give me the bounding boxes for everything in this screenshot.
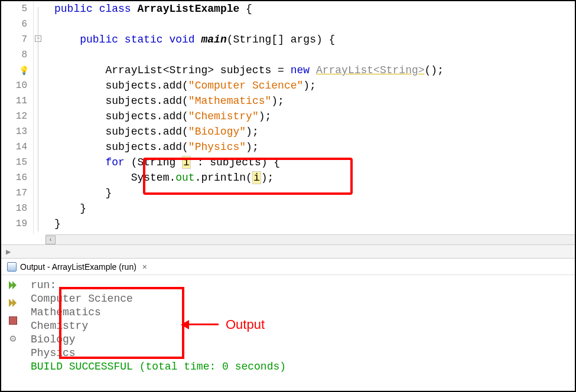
console-line: Biology bbox=[31, 333, 569, 347]
chevron-right-icon[interactable]: ▶ bbox=[6, 247, 11, 257]
output-panel: Output - ArrayListExample (run) × ⚙ run:… bbox=[1, 259, 575, 375]
line-number: 18 bbox=[1, 201, 33, 216]
fold-column: − bbox=[34, 1, 45, 234]
code-line bbox=[54, 47, 575, 63]
line-number: 12 bbox=[1, 109, 33, 124]
stop-button[interactable] bbox=[6, 314, 19, 327]
run-button[interactable] bbox=[6, 296, 19, 309]
scroll-left-icon[interactable]: ‹ bbox=[45, 236, 56, 244]
code-editor[interactable]: 5 6 7 8 💡 10 11 12 13 14 15 16 17 18 19 … bbox=[1, 1, 575, 234]
output-console[interactable]: run: Computer Science Mathematics Chemis… bbox=[25, 275, 575, 375]
line-number: 14 bbox=[1, 139, 33, 155]
code-line: public class ArrayListExample { bbox=[54, 1, 575, 17]
close-icon[interactable]: × bbox=[142, 262, 147, 272]
fold-guide bbox=[38, 7, 38, 231]
console-line: run: bbox=[31, 279, 569, 292]
code-line: ArrayList<String> subjects = new ArrayLi… bbox=[54, 63, 575, 78]
lightbulb-icon[interactable]: 💡 bbox=[19, 66, 29, 76]
output-window-icon bbox=[7, 262, 17, 272]
code-line: } bbox=[54, 201, 575, 216]
code-line: } bbox=[54, 216, 575, 231]
line-number: 17 bbox=[1, 185, 33, 201]
code-line: subjects.add("Biology"); bbox=[54, 124, 575, 139]
build-status-line: BUILD SUCCESSFUL (total time: 0 seconds) bbox=[31, 360, 569, 374]
settings-icon[interactable]: ⚙ bbox=[6, 332, 19, 345]
code-line: subjects.add("Mathematics"); bbox=[54, 93, 575, 109]
output-tab[interactable]: Output - ArrayListExample (run) × bbox=[5, 261, 149, 273]
console-line: Chemistry bbox=[31, 319, 569, 333]
line-number: 11 bbox=[1, 93, 33, 109]
line-number: 6 bbox=[1, 17, 33, 32]
line-number: 15 bbox=[1, 155, 33, 170]
line-number: 7 bbox=[1, 32, 33, 47]
navigator-bar[interactable]: ▶ bbox=[1, 244, 575, 259]
code-line: subjects.add("Chemistry"); bbox=[54, 109, 575, 124]
console-line: Computer Science bbox=[31, 292, 569, 306]
line-number: 💡 bbox=[1, 63, 33, 78]
code-line: public static void main(String[] args) { bbox=[54, 32, 575, 47]
line-number-gutter: 5 6 7 8 💡 10 11 12 13 14 15 16 17 18 19 bbox=[1, 1, 34, 234]
line-number: 8 bbox=[1, 47, 33, 63]
code-text-area[interactable]: public class ArrayListExample { public s… bbox=[45, 1, 575, 234]
horizontal-scrollbar[interactable]: ‹ bbox=[45, 234, 575, 244]
console-line: Mathematics bbox=[31, 306, 569, 319]
code-line bbox=[54, 17, 575, 32]
code-line: for (String i : subjects) { bbox=[54, 155, 575, 170]
code-line: subjects.add("Physics"); bbox=[54, 139, 575, 155]
line-number: 10 bbox=[1, 78, 33, 93]
code-line: } bbox=[54, 185, 575, 201]
line-number: 5 bbox=[1, 1, 33, 17]
code-line: System.out.println(i); bbox=[54, 170, 575, 185]
output-tab-title: Output - ArrayListExample (run) bbox=[20, 262, 136, 272]
rerun-button[interactable] bbox=[6, 279, 19, 292]
line-number: 16 bbox=[1, 170, 33, 185]
output-toolbar: ⚙ bbox=[1, 275, 25, 375]
output-tab-bar: Output - ArrayListExample (run) × bbox=[1, 259, 575, 275]
line-number: 19 bbox=[1, 216, 33, 231]
line-number: 13 bbox=[1, 124, 33, 139]
code-line: subjects.add("Computer Science"); bbox=[54, 78, 575, 93]
console-line: Physics bbox=[31, 347, 569, 360]
